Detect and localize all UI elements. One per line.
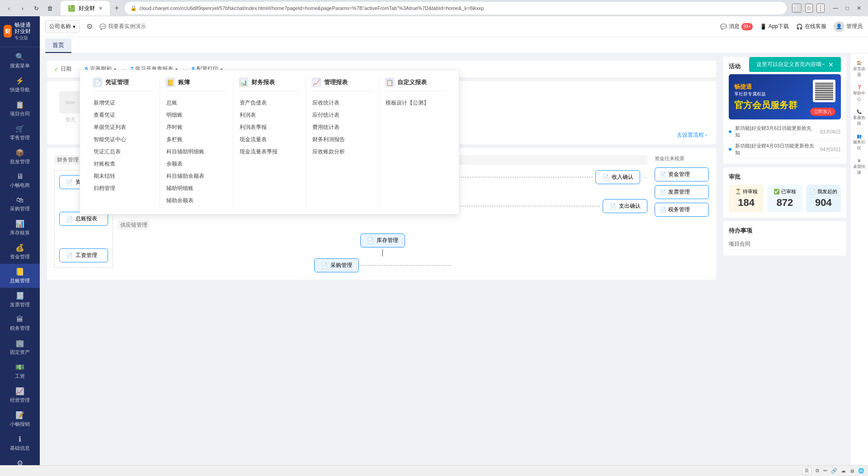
sidebar-tax-label: 税务管理 bbox=[10, 325, 30, 332]
dropdown-item-income-quarterly[interactable]: 利润表季报 bbox=[239, 121, 300, 133]
sidebar-item-payroll[interactable]: 💵 工资 bbox=[0, 359, 40, 383]
sidebar-payroll-label: 工资 bbox=[15, 373, 25, 380]
message-button[interactable]: 💬 消息 99+ bbox=[720, 23, 753, 30]
sidebar-wholesale-label: 批发管理 bbox=[10, 158, 30, 165]
refresh-button[interactable]: ↻ bbox=[31, 3, 42, 14]
dropdown-item-ap-stats[interactable]: 应付统计表 bbox=[311, 109, 373, 121]
demo-button[interactable]: 💬 我要看实例演示 bbox=[99, 23, 146, 30]
user-info[interactable]: 👤 管理员 bbox=[834, 21, 863, 32]
new-tab-button[interactable]: + bbox=[111, 4, 123, 13]
sidebar-expense-label: 小畅报销 bbox=[10, 421, 30, 428]
settings-button[interactable]: ⚙ bbox=[83, 20, 96, 33]
sidebar-basic-info-label: 基础信息 bbox=[10, 445, 30, 452]
sidebar-item-tax[interactable]: 🏛 税务管理 bbox=[0, 312, 40, 335]
sidebar-item-fixed-assets[interactable]: 🏢 固定资产 bbox=[0, 335, 40, 359]
tab-close-button[interactable]: ✕ bbox=[99, 5, 103, 11]
screen-cast-button[interactable]: ⬜ bbox=[792, 4, 802, 13]
tab-home[interactable]: 首页 bbox=[45, 38, 71, 53]
address-bar[interactable]: 🔒 cloud.chanjet.com/cc/u6d89qwnryel/57bf… bbox=[125, 2, 787, 14]
minimize-button[interactable]: — bbox=[830, 3, 841, 14]
dropdown-item-general-ledger[interactable]: 总账 bbox=[165, 97, 227, 109]
app-download-button[interactable]: 📱 App下载 bbox=[760, 23, 789, 30]
back-button[interactable]: ‹ bbox=[4, 3, 14, 14]
sidebar-item-expense[interactable]: 📝 小畅报销 bbox=[0, 407, 40, 431]
delete-button[interactable]: 🗑 bbox=[44, 3, 55, 14]
voucher-header-title: 凭证管理 bbox=[105, 78, 129, 86]
dropdown-item-view-voucher[interactable]: 查看凭证 bbox=[93, 109, 154, 121]
sidebar-item-search[interactable]: 🔍 搜索菜单 bbox=[0, 49, 40, 73]
edit-status-icon[interactable]: ✏ bbox=[823, 468, 827, 474]
bookmark-button[interactable]: ☆ bbox=[805, 4, 813, 13]
dropdown-item-smart-voucher[interactable]: 智能凭证中心 bbox=[93, 133, 154, 146]
dropdown-item-detail-ledger[interactable]: 明细账 bbox=[165, 109, 227, 121]
dropdown-item-reconcile[interactable]: 对账检查 bbox=[93, 158, 154, 170]
dropdown-item-period-close[interactable]: 期末结转 bbox=[93, 170, 154, 182]
settings-status-icon[interactable]: ⚙ bbox=[815, 468, 820, 474]
dropdown-item-new-voucher[interactable]: 新增凭证 bbox=[93, 97, 154, 109]
dropdown-item-subject-balance[interactable]: 科目辅助余额表 bbox=[165, 170, 227, 182]
dropdown-item-aux-balance[interactable]: 辅助余额表 bbox=[165, 195, 227, 207]
sidebar-item-invoice[interactable]: 🧾 发票管理 bbox=[0, 288, 40, 312]
extensions-button[interactable]: ⋮ bbox=[816, 4, 825, 13]
link-status-icon[interactable]: 🔗 bbox=[831, 468, 837, 474]
sidebar-item-ecommerce[interactable]: 🖥 小畅电商 bbox=[0, 169, 40, 192]
dropdown-item-balance-table[interactable]: 余额表 bbox=[165, 158, 227, 170]
logo-text: 畅捷通好业财 bbox=[14, 22, 36, 35]
dropdown-item-voucher-summary[interactable]: 凭证汇总表 bbox=[93, 146, 154, 158]
wholesale-icon: 📦 bbox=[15, 148, 24, 157]
dropdown-item-expense-stats[interactable]: 费用统计表 bbox=[311, 121, 373, 133]
sidebar-item-inventory[interactable]: 📊 库存核算 bbox=[0, 216, 40, 240]
service-button[interactable]: 🎧 在线客服 bbox=[796, 23, 826, 30]
fund-icon: 💰 bbox=[15, 243, 24, 252]
dropdown-col-custom-report: 📋 自定义报表 模板设计【公测】 bbox=[379, 77, 452, 207]
dropdown-item-income-statement[interactable]: 利润表 bbox=[239, 109, 300, 121]
maximize-button[interactable]: □ bbox=[842, 3, 853, 14]
dropdown-item-balance-sheet[interactable]: 资产负债表 bbox=[239, 97, 300, 109]
home-settings-icon: 🏠 bbox=[857, 61, 862, 65]
close-window-button[interactable]: ✕ bbox=[854, 3, 864, 14]
dropdown-item-aux-detail[interactable]: 辅助明细账 bbox=[165, 182, 227, 195]
sidebar-item-general-ledger[interactable]: 📒 总账管理 bbox=[0, 264, 40, 288]
dropdown-item-template-design[interactable]: 模板设计【公测】 bbox=[385, 97, 446, 109]
dropdown-item-voucher-list[interactable]: 单据凭证列表 bbox=[93, 121, 154, 133]
setup-step-date: ✓ 日期 bbox=[54, 65, 71, 73]
dropdown-item-profit-report[interactable]: 财务利润报告 bbox=[311, 133, 373, 146]
dropdown-item-archive[interactable]: 归档管理 bbox=[93, 182, 154, 195]
tab-nav: 首页 bbox=[40, 37, 868, 53]
forward-button[interactable]: › bbox=[17, 3, 28, 14]
dropdown-item-cash-flow[interactable]: 现金流量表 bbox=[239, 133, 300, 146]
sidebar-item-purchase[interactable]: 🛍 采购管理 bbox=[0, 192, 40, 216]
dropdown-item-subject-detail[interactable]: 科目辅助明细账 bbox=[165, 146, 227, 158]
project-contract-icon: 📋 bbox=[15, 100, 24, 109]
sidebar-project-label: 项目合同 bbox=[10, 110, 30, 117]
active-tab[interactable]: 💹 好业财 ✕ bbox=[61, 1, 110, 15]
dropdown-item-ar-analysis[interactable]: 应收账款分析 bbox=[311, 146, 373, 158]
dropdown-col-mgmt-report: 📈 管理报表 应收统计表 应付统计表 费用统计表 财务利润报告 应收账款分析 bbox=[306, 77, 379, 207]
lang-toggle[interactable]: 英 bbox=[802, 467, 811, 475]
sidebar-item-project-contract[interactable]: 📋 项目合同 bbox=[0, 97, 40, 121]
dropdown-item-multi-col-ledger[interactable]: 多栏账 bbox=[165, 133, 227, 146]
sidebar-item-fund[interactable]: 💰 资金管理 bbox=[0, 240, 40, 264]
sidebar-item-wholesale[interactable]: 📦 批发管理 bbox=[0, 145, 40, 169]
sidebar-item-basic-info[interactable]: ℹ 基础信息 bbox=[0, 431, 40, 455]
sidebar-item-retail[interactable]: 🛒 零售管理 bbox=[0, 121, 40, 145]
tab-bar: 💹 好业财 ✕ + bbox=[61, 1, 123, 15]
sidebar-inventory-label: 库存核算 bbox=[10, 229, 30, 236]
dropdown-item-seq-ledger[interactable]: 序时账 bbox=[165, 121, 227, 133]
company-selector[interactable]: 公司名称 ▾ bbox=[45, 20, 80, 33]
cloud-status-icon[interactable]: ☁ bbox=[841, 468, 846, 474]
quick-nav-icon: ⚡ bbox=[15, 76, 24, 85]
tab-favicon: 💹 bbox=[68, 5, 75, 12]
dropdown-col-ledger: 📒 账簿 总账 明细账 序时账 多栏账 科目辅助明细账 余额表 科目辅助余额表 … bbox=[160, 77, 233, 207]
toast-close-button[interactable]: ✕ bbox=[828, 61, 834, 68]
monitor-status-icon[interactable]: 🖥 bbox=[849, 468, 854, 474]
network-status-icon[interactable]: 🌐 bbox=[858, 468, 864, 474]
ecommerce-icon: 🖥 bbox=[16, 172, 24, 181]
expense-icon: 📝 bbox=[15, 411, 24, 419]
sidebar-retail-label: 零售管理 bbox=[10, 134, 30, 141]
dropdown-item-ar-stats[interactable]: 应收统计表 bbox=[311, 97, 373, 109]
sidebar-item-quick-nav[interactable]: ⚡ 快捷导航 bbox=[0, 73, 40, 97]
sidebar-item-operations[interactable]: 📈 经营管理 bbox=[0, 383, 40, 407]
dropdown-item-cash-flow-quarterly[interactable]: 现金流量表季报 bbox=[239, 146, 300, 158]
chevron-down-icon: ▾ bbox=[73, 24, 75, 30]
